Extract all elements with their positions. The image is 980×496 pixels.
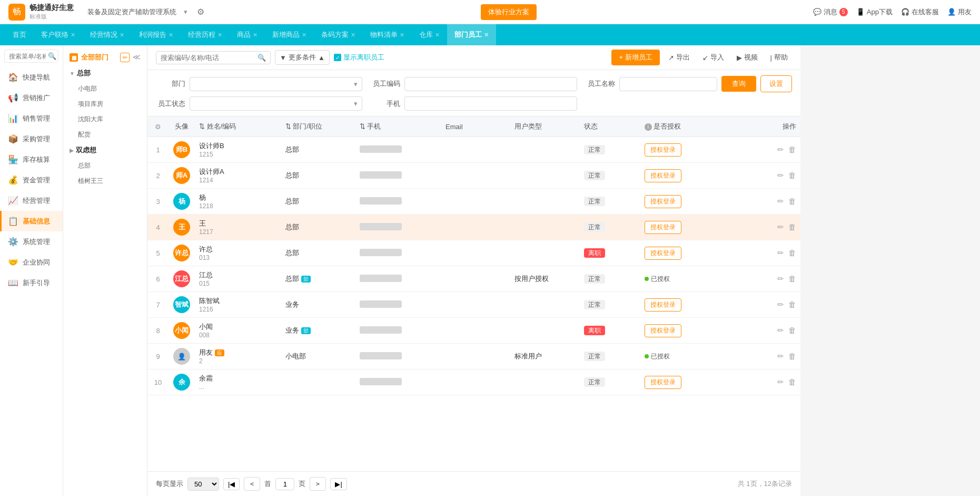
sidebar-item-inventory[interactable]: 🏪 库存核算 [0, 149, 63, 170]
close-icon[interactable]: ✕ [217, 32, 222, 38]
auth-login-button[interactable]: 授权登录 [645, 298, 681, 312]
user-area[interactable]: 👤 用友 [947, 7, 972, 17]
delete-icon[interactable]: 🗑 [788, 222, 796, 232]
dept-edit-icon[interactable]: ✏ [120, 53, 130, 62]
nav-tab-history[interactable]: 经营历程 ✕ [181, 24, 230, 45]
dept-item-project[interactable]: 项目库房 [63, 96, 147, 112]
gear-settings-icon[interactable]: ⚙ [197, 7, 204, 17]
delete-icon[interactable]: 🗑 [788, 377, 796, 387]
export-button[interactable]: ↗ 导出 [664, 51, 694, 64]
nav-tab-dept-staff[interactable]: 部门员工 ✕ [447, 24, 496, 45]
nav-tab-new-goods[interactable]: 新增商品 ✕ [265, 24, 314, 45]
setting-button[interactable]: 设置 [760, 75, 792, 92]
edit-icon[interactable]: ✏ [777, 222, 784, 232]
view-button[interactable]: ▶ 视频 [732, 51, 762, 64]
sidebar-item-guide[interactable]: 📖 新手引导 [0, 273, 63, 293]
close-icon[interactable]: ✕ [71, 32, 75, 38]
delete-icon[interactable]: 🗑 [788, 326, 796, 335]
dept-group-headquarters[interactable]: ▼ 总部 [63, 65, 147, 81]
nav-tab-operation[interactable]: 经营情况 ✕ [83, 24, 132, 45]
close-icon[interactable]: ✕ [169, 32, 173, 38]
delete-icon[interactable]: 🗑 [788, 197, 796, 206]
online-service-area[interactable]: 🎧 在线客服 [901, 7, 939, 17]
dept-filter-select[interactable]: ▾ [190, 77, 362, 91]
app-download-area[interactable]: 📱 App下载 [856, 7, 893, 17]
nav-tab-profit[interactable]: 利润报告 ✕ [132, 24, 181, 45]
search-button[interactable]: 查询 [721, 76, 756, 92]
more-filter-button[interactable]: ▼ 更多条件 ▲ [275, 50, 330, 65]
close-icon[interactable]: ✕ [120, 32, 124, 38]
edit-icon[interactable]: ✏ [777, 274, 784, 284]
dept-item-distribution[interactable]: 配货 [63, 127, 147, 142]
next-page-button[interactable]: ＞ [310, 477, 326, 491]
dept-item-zongbu[interactable]: 总部 [63, 158, 147, 173]
close-icon[interactable]: ✕ [400, 32, 404, 38]
edit-icon[interactable]: ✏ [777, 326, 784, 335]
first-page-button[interactable]: |◀ [223, 478, 240, 490]
delete-icon[interactable]: 🗑 [788, 171, 796, 180]
sidebar-item-finance[interactable]: 💰 资金管理 [0, 170, 63, 190]
sidebar-item-system[interactable]: ⚙️ 系统管理 [0, 231, 63, 252]
sidebar-item-sales[interactable]: 📊 销售管理 [0, 108, 63, 129]
nav-tab-warehouse[interactable]: 仓库 ✕ [412, 24, 447, 45]
help-button[interactable]: | 帮助 [766, 51, 792, 64]
nav-tab-goods[interactable]: 商品 ✕ [230, 24, 265, 45]
nav-tab-barcode[interactable]: 条码方案 ✕ [314, 24, 363, 45]
sidebar-search-input[interactable] [9, 53, 46, 60]
delete-icon[interactable]: 🗑 [788, 300, 796, 309]
try-industry-button[interactable]: 体验行业方案 [481, 4, 537, 20]
edit-icon[interactable]: ✏ [777, 352, 784, 361]
sidebar-item-marketing[interactable]: 📢 营销推广 [0, 87, 63, 108]
sidebar-item-purchase[interactable]: 📦 采购管理 [0, 129, 63, 149]
edit-icon[interactable]: ✏ [777, 171, 784, 180]
close-icon[interactable]: ✕ [302, 32, 306, 38]
edit-icon[interactable]: ✏ [777, 145, 784, 154]
page-size-select[interactable]: 50 20 100 [187, 478, 219, 491]
close-icon[interactable]: ✕ [435, 32, 440, 38]
dept-item-xiaodian[interactable]: 小电部 [63, 81, 147, 96]
sidebar-item-quicknav[interactable]: 🏠 快捷导航 [0, 67, 63, 87]
auth-login-button[interactable]: 授权登录 [645, 169, 681, 182]
empname-filter-input[interactable] [619, 77, 717, 91]
import-button[interactable]: ↙ 导入 [698, 51, 728, 64]
dept-item-zhishu[interactable]: 植树王三 [63, 173, 147, 189]
empcode-filter-input[interactable] [404, 77, 577, 91]
dept-group-doublelv[interactable]: ▶ 双虑想 [63, 142, 147, 158]
sort-icon[interactable]: ⇅ [199, 122, 205, 130]
sidebar-item-operations[interactable]: 📈 经营管理 [0, 190, 63, 211]
show-resign-checkbox[interactable]: ✓ 显示离职员工 [334, 53, 384, 62]
edit-icon[interactable]: ✏ [777, 377, 784, 387]
delete-icon[interactable]: 🗑 [788, 145, 796, 154]
auth-login-button[interactable]: 授权登录 [645, 247, 681, 260]
sort-icon[interactable]: ⇅ [360, 122, 365, 130]
edit-icon[interactable]: ✏ [777, 300, 784, 309]
add-employee-button[interactable]: + 新增员工 [611, 50, 659, 65]
dept-item-shenyang[interactable]: 沈阳大库 [63, 112, 147, 127]
nav-tab-customer[interactable]: 客户联络 ✕ [34, 24, 83, 45]
auth-login-button[interactable]: 授权登录 [645, 221, 681, 234]
search-input[interactable] [161, 54, 255, 62]
auth-login-button[interactable]: 授权登录 [645, 376, 681, 389]
delete-icon[interactable]: 🗑 [788, 274, 796, 284]
prev-page-button[interactable]: ＜ [244, 477, 260, 491]
auth-login-button[interactable]: 授权登录 [645, 143, 681, 157]
delete-icon[interactable]: 🗑 [788, 248, 796, 258]
sort-icon[interactable]: ⇅ [285, 122, 291, 130]
dept-collapse-icon[interactable]: ≪ [133, 53, 141, 62]
phone-filter-input[interactable] [404, 96, 577, 111]
nav-tab-bom[interactable]: 物料清单 ✕ [363, 24, 412, 45]
page-number-input[interactable] [275, 478, 294, 490]
empstatus-filter-select[interactable]: ▾ [190, 96, 362, 111]
sidebar-item-collab[interactable]: 🤝 企业协同 [0, 252, 63, 273]
sidebar-item-basicinfo[interactable]: 📋 基础信息 [0, 211, 63, 231]
auth-login-button[interactable]: 授权登录 [645, 195, 681, 208]
settings-icon[interactable]: ⚙ [155, 123, 161, 131]
edit-icon[interactable]: ✏ [777, 248, 784, 258]
dropdown-arrow-icon[interactable]: ▾ [184, 8, 187, 16]
nav-tab-home[interactable]: 首页 [5, 24, 34, 45]
close-icon[interactable]: ✕ [253, 32, 258, 38]
message-icon-area[interactable]: 💬 消息 5 [813, 7, 848, 17]
close-icon[interactable]: ✕ [351, 32, 355, 38]
last-page-button[interactable]: ▶| [330, 478, 347, 490]
delete-icon[interactable]: 🗑 [788, 352, 796, 361]
